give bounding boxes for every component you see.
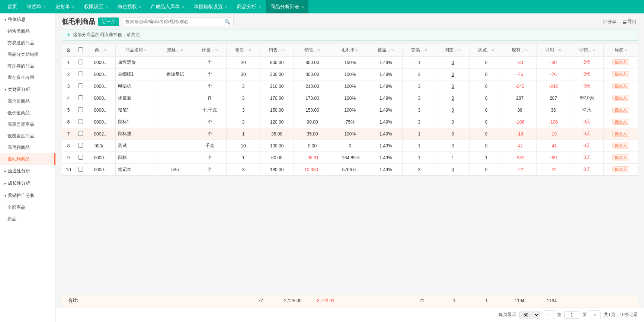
row-checkbox-cell[interactable]: [75, 80, 86, 92]
nav-close-icon[interactable]: ×: [182, 5, 184, 9]
col-trade[interactable]: 交易...⇅: [403, 44, 436, 57]
nav-role-auth[interactable]: 角色授权 ×: [113, 0, 146, 13]
sidebar-item-high-margin[interactable]: 高毛利商品: [0, 142, 55, 153]
nav-sales-order[interactable]: 销货单 ×: [22, 0, 50, 13]
row-checkbox[interactable]: [78, 71, 83, 76]
row-name-cell[interactable]: 吴细细1: [115, 68, 157, 80]
nav-template-settings[interactable]: 单据模板设置 ×: [189, 0, 232, 13]
row-checkbox-cell[interactable]: [75, 68, 86, 80]
page-size-select[interactable]: 50 100 200: [519, 311, 540, 319]
row-checkbox-cell[interactable]: [75, 128, 86, 140]
col-tag[interactable]: 标签⇅: [604, 44, 638, 57]
nav-close-icon[interactable]: ×: [72, 5, 74, 9]
row-view1-cell[interactable]: 0: [436, 68, 470, 80]
row-checkbox-cell[interactable]: [75, 57, 86, 68]
row-name-cell[interactable]: 鼠标垫: [115, 128, 157, 140]
col-coverage[interactable]: 覆盖...⇅: [369, 44, 403, 57]
nav-purchase-order[interactable]: 进货单 ×: [51, 0, 79, 13]
nav-close-icon[interactable]: ×: [259, 5, 261, 9]
row-name-cell[interactable]: 橡皮擦: [115, 92, 157, 104]
row-checkbox[interactable]: [78, 155, 83, 160]
row-checkbox[interactable]: [78, 83, 83, 88]
nav-permission-settings[interactable]: 权限设置 ×: [80, 0, 112, 13]
col-checkbox[interactable]: [75, 44, 86, 57]
col-sale-amount[interactable]: 销售...⇅: [294, 44, 331, 57]
row-checkbox-cell[interactable]: [75, 104, 86, 116]
sidebar-item-low-margin[interactable]: 低毛利商品: [0, 153, 55, 165]
view1-link[interactable]: 0: [452, 72, 454, 77]
sidebar-group-growth[interactable]: ▸ 成长性分析: [0, 177, 55, 189]
col-settings[interactable]: ⚙: [62, 44, 75, 57]
col-gross-margin[interactable]: 毛利率⇅: [331, 44, 369, 57]
col-view2[interactable]: 浏览...⇅: [470, 44, 503, 57]
nav-home[interactable]: 首页: [3, 0, 22, 13]
row-view1-cell[interactable]: 0: [436, 92, 470, 104]
row-checkbox-cell[interactable]: [75, 152, 86, 164]
col-name[interactable]: 商品名称⇅: [115, 44, 157, 57]
row-view1-cell[interactable]: 0: [436, 140, 470, 152]
col-view1[interactable]: 浏览...⇅: [436, 44, 470, 57]
row-checkbox[interactable]: [78, 143, 83, 148]
next-page-button[interactable]: ＞: [590, 310, 601, 319]
row-name-cell[interactable]: 电话机: [115, 80, 157, 92]
row-name-cell[interactable]: 鼠标: [115, 152, 157, 164]
row-checkbox-cell[interactable]: [75, 116, 86, 128]
nav-close-icon[interactable]: ×: [302, 5, 304, 9]
col-sale-qty[interactable]: 销售...⇅: [227, 44, 260, 57]
view1-link[interactable]: 0: [452, 143, 454, 149]
page-number-input[interactable]: [564, 311, 579, 319]
sidebar-group-wealth[interactable]: ▾ 类财富分析: [0, 83, 55, 96]
nav-close-icon[interactable]: ×: [106, 5, 108, 9]
sidebar-item-stock-capital[interactable]: 库存资金占用: [0, 72, 55, 83]
row-checkbox-cell[interactable]: [75, 140, 86, 152]
col-current-stock[interactable]: 现有...⇅: [503, 44, 536, 57]
row-view1-cell[interactable]: 0: [436, 57, 470, 68]
nav-close-icon[interactable]: ×: [44, 5, 46, 9]
export-button[interactable]: ⬓ 导出: [621, 18, 638, 26]
nav-product-analysis[interactable]: 商品分析 ×: [233, 0, 265, 13]
view1-link[interactable]: 0: [452, 60, 454, 65]
row-name-cell[interactable]: 笔记本: [115, 164, 157, 176]
col-unit[interactable]: 计量...⇅: [193, 44, 227, 57]
row-view1-cell[interactable]: 0: [436, 80, 470, 92]
row-name-cell[interactable]: 铅笔1: [115, 104, 157, 116]
sidebar-item-new-goods[interactable]: 新品: [0, 213, 55, 225]
row-checkbox[interactable]: [78, 60, 83, 64]
share-button[interactable]: ⬡ 分享: [601, 18, 618, 26]
prev-page-button[interactable]: ＜: [543, 310, 554, 319]
sidebar-item-low-value[interactable]: 低价值商品: [0, 107, 55, 119]
row-view1-cell[interactable]: 0: [436, 116, 470, 128]
row-name-cell[interactable]: 鼠标1: [115, 116, 157, 128]
nav-close-icon[interactable]: ×: [139, 5, 141, 9]
view1-link[interactable]: 0: [452, 96, 454, 101]
nav-product-entry[interactable]: 产成品入库单 ×: [146, 0, 189, 13]
row-checkbox[interactable]: [78, 167, 83, 172]
sidebar-item-sales-goods[interactable]: 销售类商品: [0, 26, 55, 37]
col-code[interactable]: 商...⇅: [86, 44, 116, 57]
view1-link[interactable]: 0: [452, 108, 454, 113]
view1-link[interactable]: 0: [452, 119, 454, 125]
sidebar-item-all-goods[interactable]: 全部商品: [0, 202, 55, 213]
row-view1-cell[interactable]: 0: [436, 128, 470, 140]
date-filter-button[interactable]: 近一月: [98, 17, 119, 26]
view1-link[interactable]: 0: [452, 131, 454, 137]
sidebar-group-overall[interactable]: ▾ 整体信息: [0, 13, 55, 26]
search-icon[interactable]: 🔍: [224, 19, 230, 25]
nav-close-icon[interactable]: ×: [225, 5, 227, 9]
row-view1-cell[interactable]: 0: [436, 104, 470, 116]
row-name-cell[interactable]: 属性定价: [115, 57, 157, 68]
col-available-stock[interactable]: 可用...⇅: [536, 44, 570, 57]
view1-link[interactable]: 0: [452, 167, 454, 172]
sidebar-item-high-coverage[interactable]: 高覆盖度商品: [0, 119, 55, 130]
col-spec[interactable]: 规格...⇅: [157, 44, 193, 57]
sidebar-group-marketing[interactable]: ▾ 营销推广分析: [0, 189, 55, 202]
view1-link[interactable]: 0: [452, 84, 454, 89]
row-view1-cell[interactable]: 1: [436, 152, 470, 164]
row-checkbox[interactable]: [78, 131, 83, 136]
row-checkbox[interactable]: [78, 107, 83, 112]
nav-product-analysis-list[interactable]: 商品分析列表 ×: [266, 0, 308, 13]
search-input[interactable]: [125, 19, 223, 24]
row-checkbox-cell[interactable]: [75, 164, 86, 176]
sidebar-item-in-stock-goods[interactable]: 有库存的商品: [0, 60, 55, 72]
row-checkbox-cell[interactable]: [75, 92, 86, 104]
